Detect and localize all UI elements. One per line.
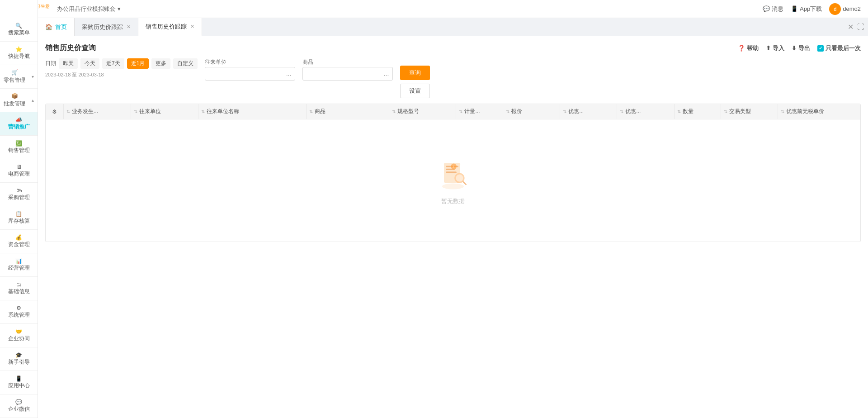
tab-sales-history[interactable]: 销售历史价跟踪 ✕ xyxy=(138,18,202,36)
th-trade[interactable]: ⇅ 交易类型 xyxy=(721,104,778,119)
sidebar-item-guide[interactable]: 🎓 新手引导 xyxy=(0,347,38,371)
th-notax[interactable]: ⇅ 优惠前无税单价 xyxy=(778,104,860,119)
table-header: ⚙ ⇅ 业务发生... ⇅ 往来单位 ⇅ 往来单位名称 ⇅ 商品 ⇅ 规格型号 xyxy=(46,104,860,119)
tab-actions: ✕ ⛶ xyxy=(848,23,868,31)
th-goods[interactable]: ⇅ 商品 xyxy=(307,104,389,119)
sidebar-item-label: 应用中心 xyxy=(8,382,30,390)
tab-home[interactable]: 🏠 首页 xyxy=(38,18,75,36)
sort-icon: ⇅ xyxy=(506,109,509,114)
ecommerce-icon: 🖥 xyxy=(16,164,22,170)
corp-icon: 🤝 xyxy=(15,328,22,335)
message-icon: 💬 xyxy=(763,5,770,12)
sidebar-item-inventory[interactable]: 📋 库存核算 xyxy=(0,206,38,230)
corp-wechat-icon: 💬 xyxy=(15,399,22,405)
maximize-button[interactable]: ⛶ xyxy=(857,23,864,31)
sort-icon: ⇅ xyxy=(392,109,396,114)
tab-bar: 🏠 首页 采购历史价跟踪 ✕ 销售历史价跟踪 ✕ ✕ ⛶ xyxy=(38,18,868,36)
sidebar-item-system[interactable]: ⚙ 系统管理 xyxy=(0,300,38,324)
page-title-actions: ❓ 帮助 ⬆ 导入 ⬇ 导出 ✓ 只看最后一次 xyxy=(738,44,861,52)
date-btn-today[interactable]: 今天 xyxy=(80,58,99,69)
partner-filter-field: 往来单位 ... xyxy=(205,58,295,81)
date-btn-custom[interactable]: 自定义 xyxy=(173,58,198,69)
th-discount2[interactable]: ⇅ 优惠... xyxy=(617,104,674,119)
date-options-row: 日期 昨天 今天 近7天 近1月 更多 自定义 xyxy=(45,58,198,69)
sidebar-item-sales[interactable]: 💹 销售管理 xyxy=(0,136,38,159)
th-unit-code[interactable]: ⇅ 往来单位 xyxy=(131,104,198,119)
partner-filter-input[interactable]: ... xyxy=(205,67,295,81)
sidebar-item-finance[interactable]: 💰 资金管理 xyxy=(0,230,38,253)
user-profile[interactable]: d demo2 xyxy=(829,3,861,15)
last-only-checkbox[interactable]: ✓ 只看最后一次 xyxy=(817,44,861,52)
th-qty[interactable]: ⇅ 数量 xyxy=(675,104,722,119)
message-button[interactable]: 💬 消息 xyxy=(763,5,783,13)
query-actions: 查询 设置 xyxy=(400,58,430,98)
purchase-icon: 🛍 xyxy=(16,187,22,194)
wholesale-section: 📦 批发管理 xyxy=(4,93,25,108)
sidebar-item-marketing[interactable]: 📣 营销推广 xyxy=(0,112,38,136)
sort-icon: ⇅ xyxy=(781,109,784,114)
th-goods-label: 商品 xyxy=(315,108,326,115)
export-button[interactable]: ⬇ 导出 xyxy=(792,44,810,52)
date-btn-7days[interactable]: 近7天 xyxy=(102,58,124,69)
system-icon: ⚙ xyxy=(16,305,21,311)
app-selector[interactable]: 办公用品行业模拟账套 ▾ xyxy=(57,5,121,13)
date-range-text: 2023-02-18 至 2023-03-18 xyxy=(45,71,198,78)
app-download-label: App下载 xyxy=(800,5,822,13)
username-label: demo2 xyxy=(843,5,861,12)
date-btn-more[interactable]: 更多 xyxy=(151,58,170,69)
sidebar-item-label: 快捷导航 xyxy=(8,52,30,60)
th-unit[interactable]: ⇅ 计量... xyxy=(456,104,503,119)
empty-icon: ! xyxy=(435,156,471,192)
main-content: 销售历史价查询 ❓ 帮助 ⬆ 导入 ⬇ 导出 ✓ 只看最后一次 日期 xyxy=(38,36,868,418)
th-unit-code-label: 往来单位 xyxy=(139,108,161,115)
close-icon[interactable]: ✕ xyxy=(190,24,194,29)
import-label: 导入 xyxy=(773,44,784,52)
goods-filter-input[interactable]: ... xyxy=(302,67,393,81)
query-button[interactable]: 查询 xyxy=(400,66,430,80)
date-btn-yesterday[interactable]: 昨天 xyxy=(59,58,78,69)
page-title-bar: 销售历史价查询 ❓ 帮助 ⬆ 导入 ⬇ 导出 ✓ 只看最后一次 xyxy=(45,43,861,53)
sidebar-item-retail[interactable]: 🛒 零售管理 ▾ xyxy=(0,65,38,89)
th-unit-name[interactable]: ⇅ 往来单位名称 xyxy=(198,104,307,119)
sort-icon: ⇅ xyxy=(459,109,462,114)
operation-icon: 📊 xyxy=(15,258,22,264)
app-download-button[interactable]: 📱 App下载 xyxy=(791,5,822,13)
sidebar-item-corp-wechat[interactable]: 💬 企业微信 xyxy=(0,394,38,418)
sort-icon: ⇅ xyxy=(677,109,681,114)
retail-section: 🛒 零售管理 xyxy=(4,69,25,84)
sidebar-item-wholesale[interactable]: 📦 批发管理 ▴ xyxy=(0,89,38,112)
help-button[interactable]: ❓ 帮助 xyxy=(738,44,759,52)
search-icon: 🔍 xyxy=(15,23,22,29)
close-icon[interactable]: ✕ xyxy=(127,24,131,30)
sidebar-item-label: 新手引导 xyxy=(8,358,30,366)
tab-purchase-history[interactable]: 采购历史价跟踪 ✕ xyxy=(75,18,138,36)
sidebar-item-quick-nav[interactable]: ⭐ 快捷导航 xyxy=(0,42,38,65)
avatar: d xyxy=(829,3,841,15)
sidebar-item-basic[interactable]: 🗂 基础信息 xyxy=(0,277,38,300)
sidebar-item-purchase[interactable]: 🛍 采购管理 xyxy=(0,183,38,206)
sort-icon: ⇅ xyxy=(201,109,205,114)
finance-icon: 💰 xyxy=(15,234,22,241)
th-discount1-label: 优惠... xyxy=(568,108,584,115)
import-button[interactable]: ⬆ 导入 xyxy=(766,44,784,52)
sidebar-item-corp[interactable]: 🤝 企业协同 xyxy=(0,324,38,347)
th-date[interactable]: ⇅ 业务发生... xyxy=(64,104,131,119)
quick-nav-icon: ⭐ xyxy=(15,46,22,52)
close-tab-button[interactable]: ✕ xyxy=(848,23,854,31)
th-price[interactable]: ⇅ 报价 xyxy=(503,104,560,119)
wholesale-icon: 📦 xyxy=(11,93,18,99)
app-center-icon: 📱 xyxy=(15,375,22,382)
th-discount1[interactable]: ⇅ 优惠... xyxy=(560,104,617,119)
sidebar-item-ecommerce[interactable]: 🖥 电商管理 xyxy=(0,159,38,183)
sidebar-item-app-center[interactable]: 📱 应用中心 xyxy=(0,371,38,394)
date-btn-1month[interactable]: 近1月 xyxy=(127,58,149,69)
sidebar-item-search[interactable]: 🔍 搜索菜单 xyxy=(0,18,38,42)
sidebar-item-operation[interactable]: 📊 经营管理 xyxy=(0,253,38,277)
th-unit-label: 计量... xyxy=(464,108,480,115)
setting-button[interactable]: 设置 xyxy=(400,84,430,98)
th-settings[interactable]: ⚙ xyxy=(46,104,64,119)
th-spec[interactable]: ⇅ 规格型号 xyxy=(389,104,457,119)
sidebar-item-label: 经营管理 xyxy=(8,264,30,272)
goods-ellipsis: ... xyxy=(384,70,389,77)
sidebar-item-label: 采购管理 xyxy=(8,194,30,201)
